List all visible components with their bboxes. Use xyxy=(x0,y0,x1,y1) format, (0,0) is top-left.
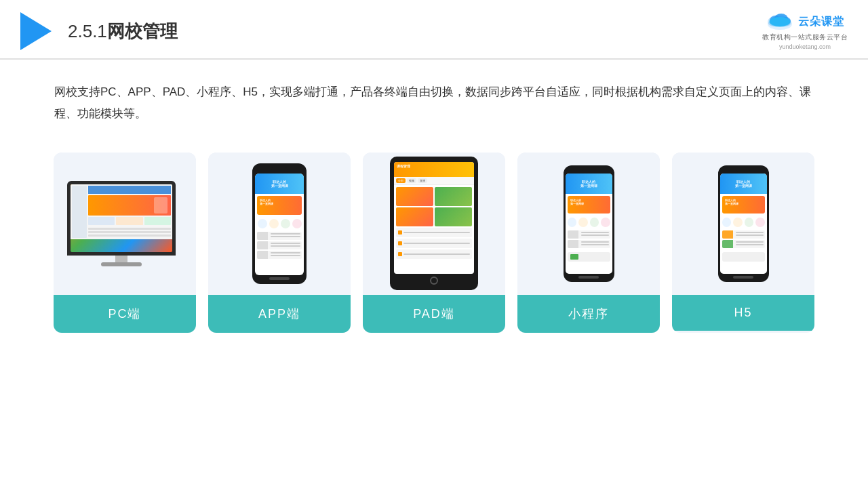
phone-h5-mockup: 职达人的第一堂网课 职达人的第一堂网课 xyxy=(718,165,769,282)
phone-h5-top-text: 职达人的第一堂网课 xyxy=(735,180,752,188)
phone-mini-line-1 xyxy=(581,232,609,233)
pc-card-2 xyxy=(116,217,142,225)
pc-main-area xyxy=(88,186,171,238)
phone-notch xyxy=(271,167,288,171)
tablet-dot-1 xyxy=(398,230,402,235)
tablet-nav-2: 视频 xyxy=(407,178,416,183)
phone-mini-banner: 职达人的第一堂网课 xyxy=(568,196,610,214)
phone-mini-footer xyxy=(568,252,610,262)
phone-h5-line-1 xyxy=(736,232,764,233)
pc-text-rows xyxy=(88,228,171,238)
phone-h5-line-4 xyxy=(736,244,764,245)
card-miniprogram: 职达人的第一堂网课 职达人的第一堂网课 xyxy=(517,152,660,333)
card-app: 职达人的第一堂网课 职达人的第一堂网课 xyxy=(208,152,351,333)
card-app-label: APP端 xyxy=(208,295,351,333)
tablet-card-4 xyxy=(435,207,472,226)
phone-h5-banner-text: 职达人的第一堂网课 xyxy=(725,199,738,205)
phone-mini-lines-2 xyxy=(580,240,610,248)
card-pad: 课程管理 全部 视频 直播 xyxy=(363,152,505,333)
phone-icon-2 xyxy=(269,219,279,228)
tablet-card-1 xyxy=(396,187,433,206)
phone-mini-line-2 xyxy=(581,235,609,236)
phone-home-bar xyxy=(269,277,290,280)
tablet-list-3 xyxy=(396,249,472,259)
pc-card-1 xyxy=(88,217,115,225)
phone-icons-row xyxy=(255,217,304,230)
phone-mini-item-1 xyxy=(568,230,610,239)
page-title: 2.5.1网校管理 xyxy=(68,20,178,43)
phone-mini-mockup: 职达人的第一堂网课 职达人的第一堂网课 xyxy=(564,165,614,282)
brand-url: yunduoketang.com xyxy=(779,43,831,50)
phone-h5-notch xyxy=(736,169,750,172)
phone-course-item-3 xyxy=(257,251,302,259)
phone-h5-lines-1 xyxy=(734,230,765,239)
phone-small-screen: 职达人的第一堂网课 职达人的第一堂网课 xyxy=(566,174,612,274)
card-app-image: 职达人的第一堂网课 职达人的第一堂网课 xyxy=(208,152,351,295)
phone-mini-line-3 xyxy=(581,241,609,243)
phone-mini-icon-4 xyxy=(601,218,610,227)
phone-h5-item-1 xyxy=(722,230,765,239)
pc-text-row-2 xyxy=(88,231,171,233)
phone-h5-screen: 职达人的第一堂网课 职达人的第一堂网课 xyxy=(720,174,767,274)
phone-thumb-2 xyxy=(257,241,268,249)
pc-content xyxy=(71,184,172,239)
pc-topbar xyxy=(88,186,171,194)
phone-top-bar: 职达人的第一堂网课 xyxy=(255,174,304,194)
phone-mini-list xyxy=(566,229,612,251)
phone-course-item-1 xyxy=(257,232,302,240)
brand-cloud: 云朵课堂 xyxy=(766,12,844,31)
pc-card-3 xyxy=(144,217,171,225)
pc-text-row-1 xyxy=(88,228,171,230)
card-mini-image: 职达人的第一堂网课 职达人的第一堂网课 xyxy=(517,152,660,295)
phone-line-3 xyxy=(271,243,300,244)
phone-h5-icon-1 xyxy=(722,218,732,227)
pc-stand xyxy=(67,256,176,266)
card-mini-label: 小程序 xyxy=(517,295,660,333)
phone-banner-text: 职达人的第一堂网课 xyxy=(260,199,273,205)
phone-h5-icon-2 xyxy=(733,218,743,227)
page-title-number: 2.5.1 xyxy=(68,21,107,41)
tablet-nav: 全部 视频 直播 xyxy=(394,177,474,185)
phone-mini-thumb-2 xyxy=(568,240,578,248)
description-paragraph: 网校支持PC、APP、PAD、小程序、H5，实现多端打通，产品各终端自由切换，数… xyxy=(54,81,814,125)
phone-banner: 职达人的第一堂网课 xyxy=(257,196,302,215)
card-pc-label: PC端 xyxy=(54,295,196,333)
phone-mini-banner-text: 职达人的第一堂网课 xyxy=(570,199,584,205)
phone-course-list xyxy=(255,230,304,262)
cards-container: PC端 职达人的第一堂网课 职达人的第一堂网课 xyxy=(0,146,868,353)
phone-h5-thumb-1 xyxy=(722,230,733,239)
pc-foot xyxy=(101,262,142,266)
phone-thumb-1 xyxy=(257,232,268,240)
tablet-dot-3 xyxy=(398,252,402,256)
phone-mini-home xyxy=(578,276,599,279)
phone-h5-banner: 职达人的第一堂网课 xyxy=(722,196,765,214)
phone-mini-top-text: 职达人的第一堂网课 xyxy=(580,180,597,188)
pc-screen-frame xyxy=(67,181,176,256)
phone-lines-1 xyxy=(269,232,302,240)
phone-h5-icon-3 xyxy=(745,218,754,227)
header-left: 2.5.1网校管理 xyxy=(20,12,178,50)
header: 2.5.1网校管理 云朵课堂 教育机构一站式服务云平台 yunduoketang… xyxy=(0,0,868,60)
pc-neck xyxy=(115,256,127,262)
phone-thumb-3 xyxy=(257,251,268,259)
phone-mini-item-2 xyxy=(568,240,610,248)
tablet-top-text: 课程管理 xyxy=(397,164,410,168)
tablet-card-row-2 xyxy=(396,207,472,226)
tablet-mockup: 课程管理 全部 视频 直播 xyxy=(390,157,478,290)
phone-icon-1 xyxy=(258,219,267,228)
phone-h5-list xyxy=(720,229,767,251)
phone-small-notch xyxy=(582,169,595,172)
cloud-icon xyxy=(766,12,794,31)
phone-h5-lines-2 xyxy=(734,240,765,248)
tablet-card-row-1 xyxy=(396,187,472,206)
pc-screen xyxy=(71,184,172,252)
brand-tagline: 教育机构一站式服务云平台 xyxy=(762,33,848,42)
description-text: 网校支持PC、APP、PAD、小程序、H5，实现多端打通，产品各终端自由切换，数… xyxy=(0,60,868,139)
phone-mini-icon-3 xyxy=(590,218,599,227)
pc-cards-row xyxy=(88,217,171,225)
phone-h5-line-2 xyxy=(736,235,764,236)
card-pc: PC端 xyxy=(54,152,196,333)
phone-mini-lines-1 xyxy=(580,230,610,239)
tablet-nav-1: 全部 xyxy=(396,178,406,183)
svg-point-8 xyxy=(770,17,790,26)
